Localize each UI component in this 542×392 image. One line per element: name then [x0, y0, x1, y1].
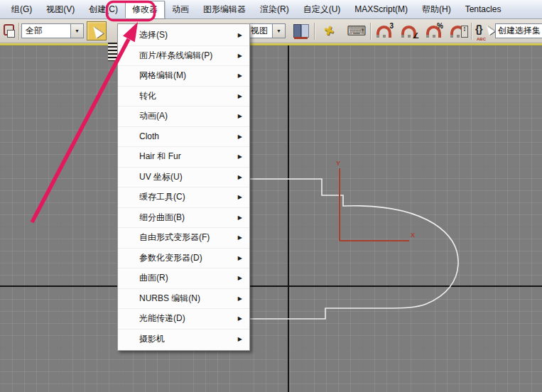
modifier-menu-item-label: 动画(A) — [139, 110, 168, 122]
modifier-menu-item-label: UV 坐标(U) — [139, 171, 183, 183]
modifier-menu-item-label: 面片/样条线编辑(P) — [139, 50, 212, 62]
menu-rendering[interactable]: 渲染(R) — [253, 1, 296, 18]
modifier-menu-item[interactable]: 选择(S) ▶ — [118, 26, 249, 46]
modifier-menu-item[interactable]: Cloth ▶ — [118, 127, 249, 148]
main-toolbar: 全部 ▼ 视图 ▼ ✚ ⌨ 3 ∠ — [0, 19, 542, 43]
magnet-angle-snap-icon: ∠ — [400, 23, 418, 40]
submenu-arrow-icon: ▶ — [238, 275, 242, 281]
angle-snap-button[interactable]: ∠ — [398, 21, 421, 40]
submenu-arrow-icon: ▶ — [238, 93, 242, 99]
menu-maxscript[interactable]: MAXScript(M) — [347, 1, 415, 17]
submenu-arrow-icon: ▶ — [238, 194, 242, 200]
menu-create[interactable]: 创建(C) — [82, 1, 125, 18]
modifier-menu-item[interactable]: 转化 ▶ — [118, 87, 249, 107]
selection-filter-combo[interactable]: 全部 ▼ — [21, 23, 84, 38]
modifier-menu-item-label: 网格编辑(M) — [139, 70, 186, 82]
manipulate-icon: ✚ — [322, 22, 337, 40]
modifier-menu-item[interactable]: UV 坐标(U) ▶ — [118, 168, 249, 188]
toolbar-separator — [18, 23, 20, 40]
magnet-percent-snap-icon: % — [425, 23, 443, 40]
menu-graph-editors[interactable]: 图形编辑器 — [196, 1, 253, 18]
modifier-menu-item[interactable]: 细分曲面(B) ▶ — [118, 208, 249, 229]
mirror-icon — [293, 23, 310, 39]
chevron-down-icon[interactable]: ▼ — [272, 24, 285, 38]
magnet-spinner-snap-icon: ▲▼ — [449, 23, 467, 40]
edit-named-selection-sets-button[interactable]: {} ABC — [473, 21, 494, 40]
submenu-arrow-icon: ▶ — [238, 134, 242, 140]
keyboard-icon: ⌨ — [347, 23, 366, 39]
mirror-button[interactable] — [291, 21, 312, 40]
modifier-menu-item[interactable]: Hair 和 Fur ▶ — [118, 147, 249, 168]
modifier-menu-item[interactable]: 面片/样条线编辑(P) ▶ — [118, 46, 249, 67]
stripes-icon — [108, 43, 117, 61]
submenu-arrow-icon: ▶ — [238, 255, 242, 261]
modifier-menu: 选择(S) ▶ 面片/样条线编辑(P) ▶ 网格编辑(M) ▶ 转化 ▶ 动画(… — [117, 23, 250, 351]
modifier-menu-item[interactable]: 自由形式变形器(F) ▶ — [118, 228, 249, 249]
menu-tentacles[interactable]: Tentacles — [458, 1, 509, 17]
menu-views[interactable]: 视图(V) — [39, 1, 82, 18]
modifier-menu-item[interactable]: 曲面(R) ▶ — [118, 268, 249, 289]
modifier-menu-item-label: 自由形式变形器(F) — [139, 232, 210, 244]
modifier-menu-item[interactable]: 缓存工具(C) ▶ — [118, 187, 249, 208]
submenu-arrow-icon: ▶ — [238, 174, 242, 180]
named-sets-icon: {} ABC — [475, 23, 493, 40]
modifier-menu-item-label: 光能传递(D) — [139, 312, 185, 325]
selection-filter-value: 全部 — [22, 25, 70, 37]
submenu-arrow-icon: ▶ — [238, 113, 242, 119]
modifier-menu-item-label: NURBS 编辑(N) — [139, 293, 200, 305]
toolbar-separator — [314, 23, 315, 40]
menu-help[interactable]: 帮助(H) — [415, 1, 458, 18]
modifier-menu-item-label: 细分曲面(B) — [139, 212, 185, 224]
snap-toggle-3d-button[interactable]: 3 — [374, 21, 395, 40]
spinner-snap-button[interactable]: ▲▼ — [447, 21, 470, 40]
menu-customize[interactable]: 自定义(U) — [296, 1, 348, 18]
modifier-menu-item[interactable]: NURBS 编辑(N) ▶ — [118, 289, 249, 310]
modifier-menu-item-label: Hair 和 Fur — [139, 151, 181, 163]
select-and-manipulate-button[interactable]: ✚ — [318, 21, 340, 40]
modifier-menu-item[interactable]: 动画(A) ▶ — [118, 107, 249, 127]
chevron-down-icon[interactable]: ▼ — [70, 24, 83, 38]
select-cursor-icon — [90, 24, 103, 38]
modifier-menu-item-label: 转化 — [139, 90, 156, 102]
menu-bar: 组(G) 视图(V) 创建(C) 修改器 动画 图形编辑器 渲染(R) 自定义(… — [0, 0, 542, 19]
modifier-menu-item-label: Cloth — [139, 131, 159, 141]
modifier-menu-item[interactable]: 光能传递(D) ▶ — [118, 309, 249, 330]
named-selection-set-input[interactable] — [495, 23, 542, 38]
menu-group[interactable]: 组(G) — [4, 1, 39, 18]
submenu-arrow-icon: ▶ — [238, 32, 242, 38]
modifier-menu-item-label: 曲面(R) — [139, 272, 168, 284]
select-and-link-button[interactable] — [1, 21, 18, 40]
toolbar-separator — [370, 23, 372, 40]
submenu-arrow-icon: ▶ — [238, 72, 242, 79]
active-viewport-border — [0, 43, 542, 45]
modifier-menu-item[interactable]: 参数化变形器(D) ▶ — [118, 249, 249, 269]
menu-modifiers[interactable]: 修改器 — [125, 1, 165, 18]
submenu-arrow-icon: ▶ — [238, 315, 242, 322]
toolbar-separator — [471, 23, 472, 40]
modifier-menu-item[interactable]: 摄影机 ▶ — [118, 330, 249, 349]
viewport[interactable] — [0, 45, 542, 392]
magnet-3d-snap-icon: 3 — [375, 23, 394, 40]
submenu-arrow-icon: ▶ — [238, 295, 242, 302]
select-and-link-icon — [3, 24, 16, 38]
modifier-menu-item-label: 参数化变形器(D) — [139, 252, 202, 264]
submenu-arrow-icon: ▶ — [238, 214, 242, 221]
modifier-menu-item[interactable]: 网格编辑(M) ▶ — [118, 66, 249, 87]
menu-animation[interactable]: 动画 — [165, 1, 196, 18]
submenu-arrow-icon: ▶ — [238, 153, 242, 160]
submenu-arrow-icon: ▶ — [238, 234, 242, 241]
select-object-button[interactable] — [87, 21, 107, 40]
submenu-arrow-icon: ▶ — [238, 53, 242, 59]
modifier-menu-item-label: 选择(S) — [139, 29, 168, 41]
modifier-menu-item-label: 缓存工具(C) — [139, 191, 185, 203]
percent-snap-button[interactable]: % — [423, 21, 445, 40]
submenu-arrow-icon: ▶ — [238, 336, 242, 342]
app-window: Y X 组(G) 视图(V) 创建(C) 修改器 动画 图形编辑器 渲染(R) … — [0, 0, 542, 392]
modifier-menu-item-label: 摄影机 — [139, 333, 165, 345]
keyboard-override-button[interactable]: ⌨ — [345, 21, 368, 40]
